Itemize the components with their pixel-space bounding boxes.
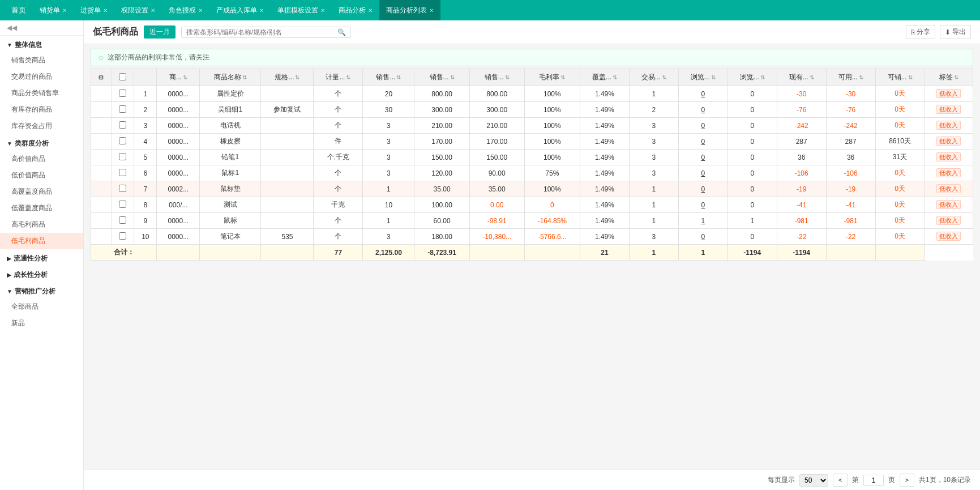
notice-bar: ☆ 这部分商品的利润非常低，请关注 (91, 49, 973, 66)
close-icon[interactable]: ✕ (62, 7, 67, 14)
nav-template[interactable]: 单据模板设置 ✕ (271, 0, 332, 20)
col-saleable-days[interactable]: 可销...⇅ (875, 69, 925, 86)
nav-sales[interactable]: 销货单 ✕ (33, 0, 74, 20)
nav-product-analysis-list[interactable]: 商品分析列表 ✕ (379, 0, 440, 20)
sidebar-item-low-margin[interactable]: 低毛利商品 (0, 233, 83, 249)
row-view1[interactable]: 0 (678, 229, 727, 245)
col-coverage[interactable]: 覆盖...⇅ (580, 69, 629, 86)
date-filter-button[interactable]: 近一月 (144, 25, 176, 39)
row-checkbox[interactable] (119, 137, 126, 144)
sidebar-item-low-coverage[interactable]: 低覆盖度商品 (0, 200, 83, 216)
row-view2: 0 (727, 150, 777, 165)
col-view2[interactable]: 浏览...⇅ (727, 69, 777, 86)
search-icon[interactable]: 🔍 (337, 28, 346, 36)
row-view1[interactable]: 0 (678, 118, 727, 134)
col-sales-profit[interactable]: 销售...⇅ (469, 69, 524, 86)
row-view1[interactable]: 0 (678, 134, 727, 150)
row-sales-amount: 100.00 (414, 197, 469, 213)
row-checkbox[interactable] (119, 121, 126, 129)
row-view1[interactable]: 0 (678, 102, 727, 118)
row-checkbox[interactable] (119, 216, 126, 224)
close-icon[interactable]: ✕ (198, 7, 203, 14)
close-icon[interactable]: ✕ (151, 7, 155, 14)
sidebar-item-all-products[interactable]: 全部商品 (0, 299, 83, 315)
close-icon[interactable]: ✕ (103, 7, 108, 14)
close-icon[interactable]: ✕ (320, 7, 325, 14)
row-view1[interactable]: 0 (678, 165, 727, 181)
row-checkbox[interactable] (119, 105, 126, 113)
sidebar-item-high-value[interactable]: 高价值商品 (0, 151, 83, 167)
sidebar-item-high-coverage[interactable]: 高覆盖度商品 (0, 184, 83, 200)
col-trade-count[interactable]: 交易...⇅ (629, 69, 678, 86)
col-sales-qty[interactable]: 销售...⇅ (363, 69, 414, 86)
search-input[interactable] (186, 28, 337, 36)
col-spec[interactable]: 规格...⇅ (261, 69, 314, 86)
col-gross-margin[interactable]: 毛利率⇅ (524, 69, 580, 86)
row-view1[interactable]: 0 (678, 150, 727, 165)
close-icon[interactable]: ✕ (429, 7, 434, 14)
close-icon[interactable]: ✕ (368, 7, 373, 14)
row-code: 0000... (157, 213, 200, 229)
row-coverage: 1.49% (580, 213, 629, 229)
export-button[interactable]: ⬇ 导出 (940, 25, 971, 39)
row-checkbox[interactable] (119, 90, 126, 97)
sidebar-item-new-products[interactable]: 新品 (0, 315, 83, 331)
col-unit[interactable]: 计量...⇅ (314, 69, 363, 86)
prev-page-button[interactable]: ＜ (833, 474, 848, 487)
row-view1[interactable]: 0 (678, 197, 727, 213)
sidebar-group-cluster[interactable]: ▼ 类群度分析 (0, 134, 83, 151)
share-button[interactable]: ⎘ 分享 (906, 25, 935, 39)
row-view1[interactable]: 0 (678, 181, 727, 197)
close-icon[interactable]: ✕ (259, 7, 264, 14)
col-settings[interactable]: ⚙ (91, 69, 112, 86)
sidebar-group-growth[interactable]: ▶ 成长性分析 (0, 266, 83, 282)
page-size-select[interactable]: 50 100 200 (799, 474, 828, 487)
col-available-stock[interactable]: 可用...⇅ (826, 69, 875, 86)
sidebar-item-category-sales-rate[interactable]: 商品分类销售率 (0, 85, 83, 101)
row-current-stock: -19 (777, 181, 826, 197)
sidebar-item-high-margin[interactable]: 高毛利商品 (0, 216, 83, 233)
nav-product-in[interactable]: 产成品入库单 ✕ (209, 0, 271, 20)
row-view1[interactable]: 0 (678, 86, 727, 102)
nav-permission[interactable]: 权限设置 ✕ (114, 0, 162, 20)
row-current-stock: -76 (777, 102, 826, 118)
sidebar-item-traded-products[interactable]: 交易过的商品 (0, 69, 83, 85)
col-code[interactable]: 商...⇅ (157, 69, 200, 86)
sidebar-item-in-stock[interactable]: 有库存的商品 (0, 101, 83, 118)
row-coverage: 1.49% (580, 102, 629, 118)
row-tag: 低收入 (925, 118, 973, 134)
col-check[interactable] (112, 69, 134, 86)
next-page-button[interactable]: ＞ (900, 474, 914, 487)
col-view1[interactable]: 浏览...⇅ (678, 69, 727, 86)
nav-purchase[interactable]: 进货单 ✕ (74, 0, 114, 20)
col-tag[interactable]: 标签⇅ (925, 69, 973, 86)
sidebar-group-flow[interactable]: ▶ 流通性分析 (0, 249, 83, 266)
row-tag: 低收入 (925, 150, 973, 165)
sidebar-group-overall[interactable]: ▼ 整体信息 (0, 36, 83, 52)
row-unit: 个 (314, 102, 363, 118)
page-number-input[interactable] (863, 475, 884, 486)
col-name[interactable]: 商品名称⇅ (200, 69, 261, 86)
sidebar-item-low-value[interactable]: 低价值商品 (0, 167, 83, 184)
row-code: 0000... (157, 134, 200, 150)
row-checkbox[interactable] (119, 232, 126, 240)
row-checkbox[interactable] (119, 169, 126, 176)
sidebar-item-stock-capital[interactable]: 库存资金占用 (0, 118, 83, 134)
nav-product-analysis[interactable]: 商品分析 ✕ (332, 0, 379, 20)
sidebar-group-marketing[interactable]: ▼ 营销推广分析 (0, 282, 83, 299)
row-checkbox[interactable] (119, 153, 126, 160)
row-saleable-days: 0天 (875, 197, 925, 213)
select-all-checkbox[interactable] (119, 73, 126, 80)
sidebar-item-sales-products[interactable]: 销售类商品 (0, 52, 83, 69)
row-name: 吴细细1 (200, 102, 261, 118)
row-saleable-days: 0天 (875, 213, 925, 229)
row-spec (261, 165, 314, 181)
row-view1[interactable]: 1 (678, 213, 727, 229)
row-checkbox[interactable] (119, 185, 126, 192)
sidebar-collapse-btn[interactable]: ◀◀ (5, 24, 19, 32)
col-sales-amount[interactable]: 销售...⇅ (414, 69, 469, 86)
row-checkbox[interactable] (119, 201, 126, 208)
nav-role[interactable]: 角色授权 ✕ (162, 0, 209, 20)
col-current-stock[interactable]: 现有...⇅ (777, 69, 826, 86)
nav-home[interactable]: 首页 (5, 0, 33, 20)
